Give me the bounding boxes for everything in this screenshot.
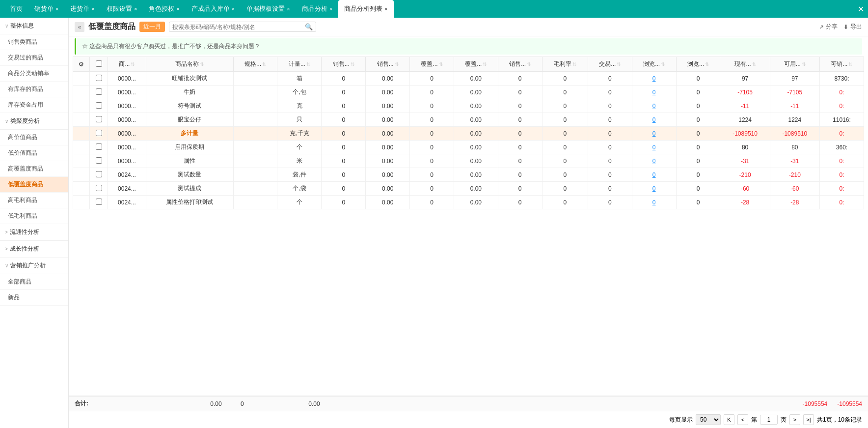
sidebar-item-low-margin[interactable]: 低毛利商品	[0, 208, 68, 224]
cell-cover1: 0	[410, 86, 454, 99]
cell-unit: 袋,件	[277, 168, 322, 182]
row-checkbox[interactable]	[96, 185, 102, 191]
last-page-button[interactable]: >|	[803, 414, 814, 425]
per-page-select[interactable]: 50 100 200	[696, 414, 721, 425]
row-checkbox[interactable]	[96, 88, 102, 95]
cell-name: 眼宝公仔	[146, 113, 233, 127]
nav-home[interactable]: 首页	[4, 0, 28, 18]
cell-checkbox	[89, 86, 108, 99]
row-checkbox[interactable]	[96, 143, 102, 150]
sidebar-item-stock-capital[interactable]: 库存资金占用	[0, 97, 68, 113]
data-table-container[interactable]: ⚙ 商...⇅ 商品名称⇅ 规格...⇅ 计量...⇅ 销售...⇅ 销售...…	[69, 57, 868, 396]
cell-sale-qty: 0	[322, 182, 366, 196]
sidebar-item-in-stock[interactable]: 有库存的商品	[0, 82, 68, 97]
window-close-button[interactable]: ✕	[858, 4, 864, 14]
cell-browse2: 0	[676, 168, 720, 182]
cell-unit: 箱	[277, 72, 322, 86]
share-button[interactable]: ↗ 分享	[819, 23, 838, 31]
table-row: 0024... 测试数量 袋,件 0 0.00 0 0.00 0 0 0 0 0…	[73, 168, 864, 182]
nav-close-warehouse[interactable]: ×	[232, 6, 235, 12]
cell-code: 0000...	[108, 113, 146, 127]
sidebar-collapse-button[interactable]: «	[75, 22, 84, 32]
cell-checkbox	[89, 168, 108, 182]
total-records: 共1页，10条记录	[817, 416, 862, 424]
prev-page-button[interactable]: <	[737, 414, 748, 425]
first-page-button[interactable]: K	[724, 414, 734, 425]
page-number-input[interactable]	[760, 415, 778, 425]
cell-code: 0024...	[108, 196, 146, 209]
sidebar-item-high-value[interactable]: 高价值商品	[0, 130, 68, 145]
sidebar-item-new-goods[interactable]: 新品	[0, 290, 68, 306]
cell-spec	[233, 72, 277, 86]
cell-browse2: 0	[676, 127, 720, 141]
cell-browse1[interactable]: 0	[632, 72, 676, 86]
cell-sale-amount: 0.00	[366, 182, 410, 196]
row-checkbox[interactable]	[96, 116, 102, 122]
cell-spec	[233, 127, 277, 141]
sidebar-section-flow[interactable]: > 流通性分析	[0, 224, 68, 241]
sidebar-item-all-goods[interactable]: 全部商品	[0, 274, 68, 290]
cell-settings	[73, 141, 90, 154]
sidebar-item-high-margin[interactable]: 高毛利商品	[0, 193, 68, 208]
sidebar-item-low-coverage[interactable]: 低覆盖度商品	[0, 177, 68, 193]
nav-close-sales[interactable]: ×	[55, 6, 58, 12]
row-checkbox[interactable]	[96, 171, 102, 177]
content-header: « 低覆盖度商品 近一月 🔍 ↗ 分享 ⬇ 导出	[69, 18, 868, 36]
sidebar-item-category-rate[interactable]: 商品分类动销率	[0, 66, 68, 82]
select-all-checkbox[interactable]	[96, 60, 102, 67]
col-name: 商品名称⇅	[146, 57, 233, 72]
nav-close-permissions[interactable]: ×	[134, 6, 137, 12]
nav-close-purchase[interactable]: ×	[91, 6, 94, 12]
nav-close-analysis-list[interactable]: ×	[384, 6, 387, 12]
nav-template[interactable]: 单据模板设置 ×	[241, 0, 296, 18]
time-filter-button[interactable]: 近一月	[139, 22, 165, 32]
row-checkbox[interactable]	[96, 199, 102, 205]
cell-spec	[233, 168, 277, 182]
cell-browse1[interactable]: 0	[632, 141, 676, 154]
cell-browse1[interactable]: 0	[632, 86, 676, 99]
nav-permissions[interactable]: 权限设置 ×	[101, 0, 143, 18]
cell-browse1[interactable]: 0	[632, 196, 676, 209]
row-checkbox[interactable]	[96, 157, 102, 164]
sidebar-section-overall[interactable]: ∨ 整体信息	[0, 18, 68, 34]
cell-browse1[interactable]: 0	[632, 182, 676, 196]
cell-browse1[interactable]: 0	[632, 113, 676, 127]
cell-cover1: 0	[410, 99, 454, 113]
nav-analysis-list[interactable]: 商品分析列表 ×	[338, 0, 393, 18]
col-settings[interactable]: ⚙	[73, 57, 90, 72]
footer-sale-amount: 0.00	[201, 400, 231, 407]
nav-close-template[interactable]: ×	[287, 6, 290, 12]
cell-trade: 0	[588, 196, 632, 209]
cell-trade: 0	[588, 86, 632, 99]
nav-roles[interactable]: 角色授权 ×	[143, 0, 185, 18]
cell-browse1[interactable]: 0	[632, 154, 676, 168]
cell-gross: 0	[542, 182, 588, 196]
row-checkbox[interactable]	[96, 75, 102, 81]
nav-sales[interactable]: 销货单 ×	[28, 0, 64, 18]
sidebar-section-marketing[interactable]: ∨ 营销推广分析	[0, 257, 68, 274]
search-input[interactable]	[172, 24, 305, 30]
sidebar-section-growth[interactable]: > 成长性分析	[0, 241, 68, 257]
sidebar-item-traded-goods[interactable]: 交易过的商品	[0, 50, 68, 66]
page-label: 第	[751, 416, 757, 424]
cell-browse1[interactable]: 0	[632, 127, 676, 141]
sidebar-section-cluster[interactable]: ∨ 类聚度分析	[0, 113, 68, 130]
nav-close-roles[interactable]: ×	[176, 6, 179, 12]
cell-browse1[interactable]: 0	[632, 99, 676, 113]
cell-sale-amount: 0.00	[366, 72, 410, 86]
nav-purchase[interactable]: 进货单 ×	[64, 0, 100, 18]
next-page-button[interactable]: >	[789, 414, 800, 425]
nav-warehouse[interactable]: 产成品入库单 ×	[186, 0, 241, 18]
cell-trade: 0	[588, 154, 632, 168]
row-checkbox[interactable]	[96, 102, 102, 109]
export-button[interactable]: ⬇ 导出	[843, 23, 862, 31]
cell-gross: 0	[542, 86, 588, 99]
sidebar-item-high-coverage[interactable]: 高覆盖度商品	[0, 161, 68, 177]
nav-close-analysis[interactable]: ×	[329, 6, 332, 12]
row-checkbox[interactable]	[96, 130, 102, 136]
sidebar-item-sales-goods[interactable]: 销售类商品	[0, 34, 68, 50]
cell-browse1[interactable]: 0	[632, 168, 676, 182]
nav-analysis[interactable]: 商品分析 ×	[296, 0, 338, 18]
sidebar-item-low-value[interactable]: 低价值商品	[0, 145, 68, 161]
cell-trade: 0	[588, 141, 632, 154]
